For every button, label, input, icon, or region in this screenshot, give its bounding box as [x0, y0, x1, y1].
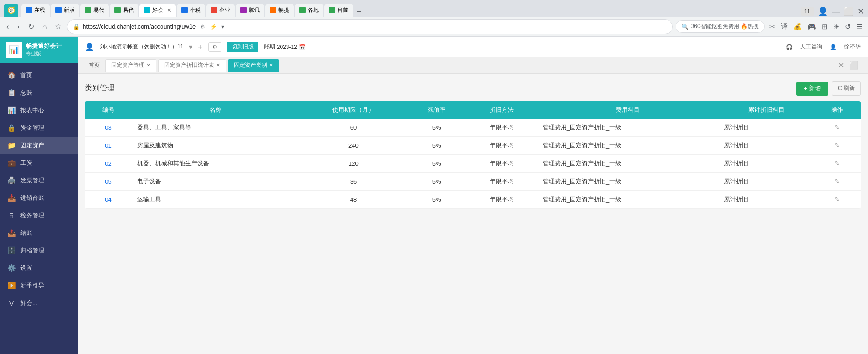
- sidebar-nav: 🏠 首页 📋 总账 📊 报表中心 🔒 资金管理 📁 固定资产 💼 工资: [0, 63, 78, 354]
- add-button[interactable]: + 新增: [796, 82, 828, 96]
- minimize-icon[interactable]: —: [832, 7, 840, 17]
- browser-tab-2[interactable]: 易代: [80, 4, 109, 17]
- site-settings-icon[interactable]: ⚙: [200, 24, 205, 30]
- back-button[interactable]: ‹: [4, 21, 12, 33]
- cell-residual: 5%: [407, 137, 466, 155]
- edit-icon[interactable]: ✎: [834, 178, 840, 185]
- cell-action: ✎: [814, 173, 861, 191]
- col-method: 折旧方法: [466, 101, 537, 119]
- address-dropdown-icon[interactable]: ▾: [221, 24, 224, 30]
- cell-expense: 管理费用_固定资产折旧_一级: [537, 191, 719, 209]
- browser-tab-7[interactable]: 腾讯: [236, 4, 264, 17]
- browser-tab-5[interactable]: 个税: [177, 4, 205, 17]
- table-row: 05 电子设备 36 5% 年限平均 管理费用_固定资产折旧_一级 累计折旧 ✎: [85, 173, 861, 191]
- expand-panel-button[interactable]: ⬜: [848, 59, 861, 72]
- home-nav-icon: 🏠: [7, 71, 16, 79]
- grid-tool[interactable]: ⊞: [820, 21, 830, 33]
- ledger-icon: 📋: [7, 89, 16, 97]
- cell-code: 02: [85, 155, 132, 173]
- sidebar-item-funds[interactable]: 🔒 资金管理: [0, 119, 78, 137]
- sidebar-item-archive[interactable]: 🗄️ 归档管理: [0, 242, 78, 259]
- translate-tool[interactable]: 译: [779, 20, 790, 33]
- page-tab-depreciation-table[interactable]: 固定资产折旧统计表 ✕: [158, 59, 226, 72]
- new-tab-button[interactable]: +: [354, 7, 365, 17]
- sidebar-item-guide[interactable]: ▶️ 新手引导: [0, 277, 78, 294]
- edit-icon[interactable]: ✎: [834, 124, 840, 131]
- browser-tab-9[interactable]: 各地: [295, 4, 323, 17]
- game-tool[interactable]: 🎮: [806, 21, 818, 33]
- sidebar-item-fixed-assets[interactable]: 📁 固定资产: [0, 137, 78, 154]
- col-period: 使用期限（月）: [300, 101, 407, 119]
- browser-tab-8[interactable]: 畅提: [265, 4, 294, 17]
- table-row: 03 器具、工具、家具等 60 5% 年限平均 管理费用_固定资产折旧_一级 累…: [85, 119, 861, 137]
- browser-tab-1[interactable]: 新版: [51, 4, 79, 17]
- content-area: 类别管理 + 新增 C 刷新 编号 名称 使用期限（月） 残值率 折旧方法: [78, 74, 868, 354]
- brightness-tool[interactable]: ☀: [832, 21, 841, 33]
- page-tab-asset-category[interactable]: 固定资产类别 ✕: [228, 59, 279, 72]
- cut-tool[interactable]: ✂: [767, 21, 777, 33]
- cell-method: 年限平均: [466, 173, 537, 191]
- address-lightning-icon[interactable]: ⚡: [210, 24, 217, 30]
- page-tab-close-1[interactable]: ✕: [146, 62, 150, 68]
- sidebar-item-inventory[interactable]: 📥 进销台账: [0, 189, 78, 207]
- close-window-icon[interactable]: ✕: [857, 6, 864, 17]
- reload-button[interactable]: ↻: [25, 20, 37, 33]
- consult-label[interactable]: 人工咨询: [800, 43, 822, 51]
- page-tab-close-3[interactable]: ✕: [269, 62, 273, 68]
- edit-icon[interactable]: ✎: [834, 196, 840, 203]
- browser-tab-6[interactable]: 企业: [206, 4, 235, 17]
- browser-tab-0[interactable]: 在线: [21, 4, 50, 17]
- search-bar[interactable]: 🔍 360智能抠图免费用 🔥热搜: [676, 20, 765, 33]
- cell-method: 年限平均: [466, 155, 537, 173]
- switch-version-button[interactable]: 切到旧版: [227, 42, 258, 52]
- close-panel-button[interactable]: ✕: [836, 59, 846, 72]
- refresh-button[interactable]: C 刷新: [832, 81, 861, 96]
- wallet-tool[interactable]: 💰: [791, 21, 804, 33]
- dropdown-icon[interactable]: ▾: [189, 42, 192, 51]
- sidebar-item-settings[interactable]: ⚙️ 设置: [0, 259, 78, 277]
- page-tab-fixed-asset-mgmt[interactable]: 固定资产管理 ✕: [105, 59, 156, 72]
- page-tab-home[interactable]: 首页: [85, 60, 103, 71]
- cell-accum: 累计折旧: [718, 155, 814, 173]
- address-bar[interactable]: 🔒 https://cloud.chanjet.com/accounting/u…: [67, 19, 672, 34]
- add-account-icon[interactable]: +: [198, 43, 202, 51]
- browser-tab-10[interactable]: 目前: [324, 4, 353, 17]
- forward-button[interactable]: ›: [14, 21, 22, 33]
- sidebar-item-checkout[interactable]: 📤 结账: [0, 224, 78, 242]
- sidebar-item-more[interactable]: V 好会...: [0, 294, 78, 312]
- bookmark-button[interactable]: ☆: [52, 20, 64, 33]
- cell-action: ✎: [814, 137, 861, 155]
- page-tab-close-2[interactable]: ✕: [216, 62, 220, 68]
- browser-tab-close-4[interactable]: ✕: [167, 7, 171, 13]
- sidebar-item-ledger[interactable]: 📋 总账: [0, 84, 78, 102]
- address-text: https://cloud.chanjet.com/accounting/uw1…: [83, 23, 196, 30]
- sidebar-item-reports[interactable]: 📊 报表中心: [0, 102, 78, 119]
- edit-icon[interactable]: ✎: [834, 142, 840, 149]
- table-body: 03 器具、工具、家具等 60 5% 年限平均 管理费用_固定资产折旧_一级 累…: [85, 119, 861, 209]
- right-panel: 👤 刘小艳演示帐套（勿删勿动！）11 ▾ + ⚙ 切到旧版 账期 2023-12…: [78, 37, 868, 354]
- settings-icon: ⚙️: [7, 264, 16, 272]
- guide-icon: ▶️: [7, 282, 16, 290]
- settings-gear-icon[interactable]: ⚙: [208, 42, 221, 52]
- maximize-icon[interactable]: ⬜: [844, 6, 854, 17]
- edit-icon[interactable]: ✎: [834, 160, 840, 167]
- browser-tab-4[interactable]: 好会 ✕: [139, 4, 176, 17]
- menu-tool[interactable]: ☰: [855, 21, 864, 33]
- cell-method: 年限平均: [466, 137, 537, 155]
- sidebar-item-invoices[interactable]: 🖨️ 发票管理: [0, 172, 78, 189]
- cell-residual: 5%: [407, 173, 466, 191]
- undo-tool[interactable]: ↺: [843, 21, 853, 33]
- fixed-assets-icon: 📁: [7, 141, 16, 150]
- home-button[interactable]: ⌂: [40, 21, 50, 33]
- cell-expense: 管理费用_固定资产折旧_一级: [537, 155, 719, 173]
- cell-code: 05: [85, 173, 132, 191]
- calendar-icon[interactable]: 📅: [299, 44, 306, 50]
- sidebar-item-payroll[interactable]: 💼 工资: [0, 154, 78, 172]
- profile-icon[interactable]: 👤: [818, 6, 828, 17]
- sidebar-item-tax[interactable]: 🖩 税务管理: [0, 207, 78, 224]
- browser-tab-3[interactable]: 易代: [110, 4, 138, 17]
- more-icon: V: [7, 300, 16, 307]
- tax-icon: 🖩: [7, 212, 16, 220]
- sidebar-item-home[interactable]: 🏠 首页: [0, 66, 78, 84]
- col-action: 操作: [814, 101, 861, 119]
